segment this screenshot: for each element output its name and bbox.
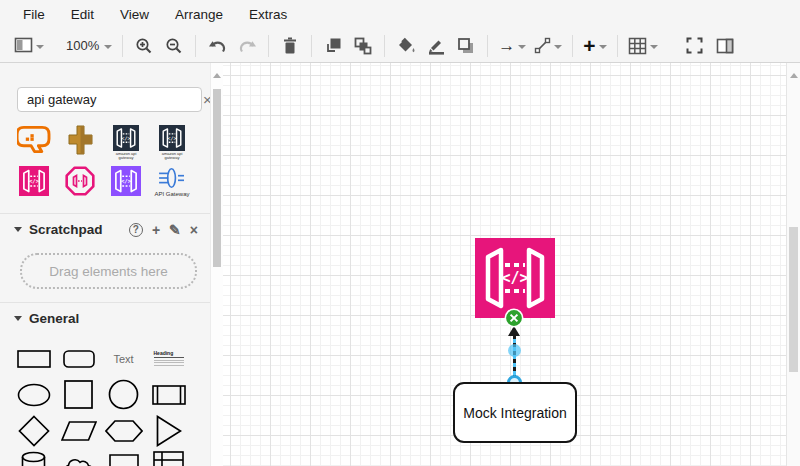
shape-cloud[interactable] [56, 449, 101, 466]
format-panel-icon [716, 38, 734, 54]
ellipse-icon [17, 383, 51, 407]
delete-button[interactable] [279, 33, 301, 59]
zoom-out-icon [165, 37, 183, 55]
node-mock-integration[interactable]: Mock Integration [453, 382, 577, 443]
scroll-up-arrow-icon[interactable] [213, 73, 221, 78]
menu-arrange[interactable]: Arrange [162, 7, 236, 22]
clear-search-icon[interactable]: × [203, 92, 210, 107]
shape-rounded-rectangle[interactable] [56, 341, 101, 376]
search-row: × [0, 63, 210, 116]
process-icon [152, 385, 186, 405]
panels-icon [14, 37, 33, 54]
shape-result-api-gateway-purple[interactable] [105, 166, 147, 203]
table-button[interactable] [628, 33, 658, 59]
toolbar-separator [122, 35, 123, 57]
shape-cylinder[interactable] [11, 449, 56, 466]
shape-search-input[interactable] [27, 92, 203, 107]
menu-view[interactable]: View [107, 7, 162, 22]
connection-style-button[interactable]: → [498, 33, 526, 59]
shape-result-api-gateway-gold[interactable] [59, 125, 101, 162]
toolbar-separator [268, 35, 269, 57]
canvas-area: Mock Integration [223, 63, 786, 466]
amazon-api-gateway-dark-icon [159, 125, 185, 151]
format-panel-toggle[interactable] [714, 33, 736, 59]
edit-pencil-icon[interactable]: ✎ [169, 223, 181, 237]
shadow-button[interactable] [455, 33, 477, 59]
shape-rectangle[interactable] [11, 341, 56, 376]
general-title: General [29, 311, 79, 326]
toolbar-separator [195, 35, 196, 57]
add-icon[interactable]: + [152, 223, 160, 237]
scratchpad-header[interactable]: Scratchpad ? + ✎ × [0, 214, 210, 244]
rounded-rectangle-icon [63, 350, 95, 368]
edge-midpoint-handle[interactable] [508, 344, 521, 357]
internal-storage-icon [153, 451, 184, 466]
shape-document[interactable] [101, 449, 146, 466]
shape-result-api-gateway-dark-1[interactable]: amazon api gateway [105, 125, 147, 162]
shape-triangle[interactable] [146, 413, 191, 448]
square-icon [64, 380, 93, 409]
fill-color-icon [397, 37, 416, 55]
shape-text[interactable]: Text [101, 341, 146, 376]
shape-result-api-gateway-octagon[interactable] [59, 166, 101, 203]
close-icon[interactable]: × [190, 223, 198, 237]
shape-parallelogram[interactable] [56, 413, 101, 448]
help-icon[interactable]: ? [129, 223, 143, 237]
zoom-level-dropdown[interactable]: 100% [52, 33, 112, 59]
menu-file[interactable]: File [10, 7, 58, 22]
undo-button[interactable] [206, 33, 228, 59]
fullscreen-button[interactable] [684, 33, 706, 59]
insert-button[interactable]: + [583, 33, 606, 59]
diagram-canvas[interactable]: Mock Integration [223, 63, 786, 466]
shape-result-api-gateway-blue[interactable]: API Gateway [151, 166, 193, 203]
table-icon [628, 37, 647, 55]
canvas-scrollbar[interactable] [786, 63, 800, 466]
shape-diamond[interactable] [11, 413, 56, 448]
sidebar-scrollbar[interactable] [210, 63, 223, 466]
parallelogram-icon [61, 421, 97, 441]
diamond-icon [18, 415, 50, 447]
shape-result-api-gateway-pink[interactable] [13, 166, 55, 203]
shape-circle[interactable] [101, 377, 146, 412]
api-gateway-blue-icon [158, 166, 186, 190]
node-api-gateway[interactable] [475, 238, 555, 318]
shape-process[interactable] [146, 377, 191, 412]
canvas-scrollbar-thumb[interactable] [789, 227, 798, 372]
collapse-triangle-icon [14, 316, 22, 321]
api-gateway-purple-icon [111, 166, 141, 196]
waypoints-button[interactable] [534, 33, 562, 59]
text-shape-label: Text [113, 353, 133, 365]
shape-result-api-gateway-dark-2[interactable]: amazon api gateway [151, 125, 193, 162]
redo-button[interactable] [236, 33, 258, 59]
zoom-out-button[interactable] [163, 33, 185, 59]
zoom-in-button[interactable] [133, 33, 155, 59]
shape-result-api-gateway-orange[interactable] [13, 125, 55, 162]
sidebar-scrollbar-thumb[interactable] [213, 89, 221, 267]
fill-color-button[interactable] [395, 33, 417, 59]
toolbar-separator [572, 35, 573, 57]
main-area: × [0, 63, 800, 466]
shape-ellipse[interactable] [11, 377, 56, 412]
scratchpad-dropzone[interactable]: Drag elements here [20, 253, 197, 289]
to-back-button[interactable] [352, 33, 374, 59]
shape-square[interactable] [56, 377, 101, 412]
amazon-api-gateway-dark-icon [113, 125, 139, 151]
line-color-button[interactable] [425, 33, 447, 59]
to-front-button[interactable] [322, 33, 344, 59]
general-section-header[interactable]: General [0, 303, 210, 333]
shape-result-label: API Gateway [154, 191, 189, 197]
scratchpad-tools: ? + ✎ × [129, 223, 198, 237]
shape-internal-storage[interactable] [146, 449, 191, 466]
menu-extras[interactable]: Extras [236, 7, 300, 22]
shape-heading[interactable]: Heading [146, 341, 191, 376]
toolbar-separator [311, 35, 312, 57]
trash-icon [282, 37, 298, 55]
to-back-icon [354, 37, 372, 55]
circle-icon [108, 379, 139, 410]
connection-point-icon[interactable] [504, 308, 524, 328]
chevron-down-icon [36, 45, 44, 49]
shape-hexagon[interactable] [101, 413, 146, 448]
scroll-up-arrow-icon[interactable] [790, 73, 798, 78]
menu-edit[interactable]: Edit [58, 7, 107, 22]
view-panels-button[interactable] [14, 33, 44, 59]
